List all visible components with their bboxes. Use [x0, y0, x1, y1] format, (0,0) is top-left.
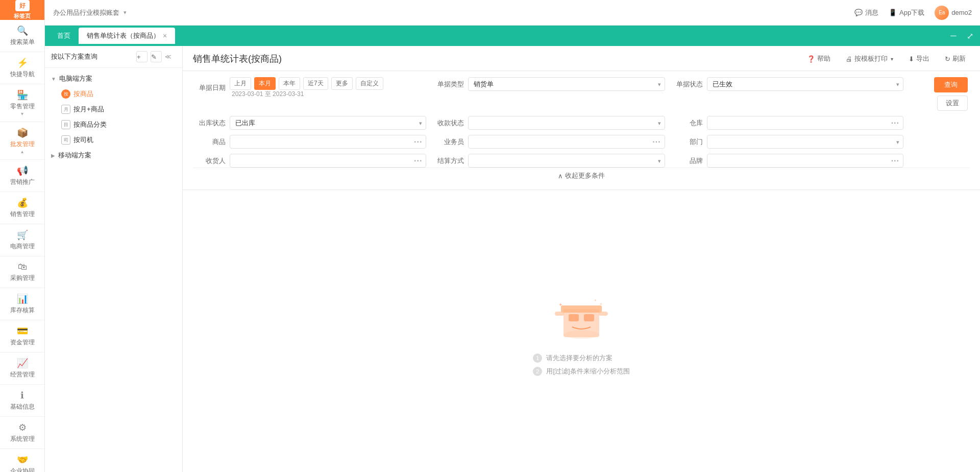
- tree-parent-desktop[interactable]: ▼ 电脑端方案: [45, 71, 182, 86]
- recipient-label: 收货人: [193, 156, 230, 166]
- breadcrumb-dropdown-icon[interactable]: ▾: [124, 9, 127, 16]
- svg-rect-2: [561, 305, 602, 313]
- recipient-input-wrapper: ···: [230, 154, 426, 168]
- doc-status-select[interactable]: 已生效: [707, 77, 903, 91]
- recipient-input[interactable]: [230, 154, 426, 168]
- refresh-btn[interactable]: ↻ 刷新: [941, 52, 970, 65]
- tree-child-month-product[interactable]: 月 按月+商品: [45, 102, 182, 117]
- print-dropdown-icon: ▾: [891, 56, 893, 62]
- date-btn-this-year[interactable]: 本年: [279, 77, 300, 90]
- help-btn[interactable]: ❓ 帮助: [803, 52, 835, 65]
- date-range: 2023-03-01 至 2023-03-31: [232, 90, 426, 99]
- date-filter-cell: 单据日期 上月 本月 本年 近7天 更多 自定义 20: [193, 77, 426, 99]
- product-label: 商品: [193, 137, 230, 147]
- title-actions: ❓ 帮助 🖨 按模板打印 ▾ ⬇ 导出 ↻: [803, 52, 970, 65]
- query-btn[interactable]: 查询: [934, 77, 968, 92]
- sidebar-item-enterprise[interactable]: 🤝 企业协同: [0, 449, 44, 472]
- user-profile[interactable]: Ea demo2: [935, 6, 972, 20]
- tree-child-product-label: 按商品: [74, 89, 93, 99]
- header-right: 💬 消息 📱 App下载 Ea demo2: [854, 6, 972, 20]
- date-btn-more[interactable]: 更多: [331, 77, 353, 90]
- brand-dots-icon[interactable]: ···: [891, 156, 899, 166]
- empty-hint-2: 2 用[过滤]条件来缩小分析范围: [533, 367, 629, 376]
- collapse-panel-btn[interactable]: ≪: [165, 51, 176, 62]
- month-product-icon: 月: [61, 105, 70, 114]
- doc-status-cell: 单据状态 已生效: [670, 77, 903, 91]
- storage-input[interactable]: [707, 116, 903, 130]
- collapse-filters-btn[interactable]: ∧ 收起更多条件: [193, 168, 970, 183]
- app-subtitle: 标签页: [14, 12, 31, 20]
- sidebar-item-system[interactable]: ⚙ 系统管理: [0, 417, 44, 449]
- purchase-nav-icon: 🛍: [18, 262, 27, 272]
- sidebar: 好 标签页 🔍 搜索菜单 ⚡ 快捷导航 🏪 零售管理 ▾ 📦 批发管理 ▴ 📢 …: [0, 0, 45, 472]
- sidebar-item-ecommerce[interactable]: 🛒 电商管理: [0, 224, 44, 256]
- sidebar-item-quick[interactable]: ⚡ 快捷导航: [0, 52, 44, 84]
- export-btn[interactable]: ⬇ 导出: [904, 52, 934, 65]
- tab-expand-btn[interactable]: ⤢: [964, 30, 976, 42]
- sidebar-item-sales[interactable]: 💰 销售管理: [0, 192, 44, 224]
- system-nav-icon: ⚙: [18, 422, 27, 433]
- date-btn-last-month[interactable]: 上月: [230, 77, 251, 90]
- empty-state: ✦ ✦ ✦ 1 请先选择要分析的方案 2 用[过滤]条件来缩小分析范围: [183, 190, 980, 472]
- product-input-wrapper: ···: [230, 135, 426, 149]
- settlement-select[interactable]: [468, 154, 665, 168]
- sidebar-item-retail[interactable]: 🏪 零售管理 ▾: [0, 84, 44, 122]
- sidebar-item-basic[interactable]: ℹ 基础信息: [0, 385, 44, 417]
- ecommerce-nav-icon: 🛒: [17, 229, 28, 241]
- brand-input-wrapper: ···: [707, 154, 903, 168]
- app-logo[interactable]: 好 标签页: [0, 0, 44, 20]
- recipient-cell: 收货人 ···: [193, 154, 426, 168]
- product-input[interactable]: [230, 135, 426, 149]
- tree-parent-mobile-label: 移动端方案: [58, 151, 91, 160]
- print-btn[interactable]: 🖨 按模板打印 ▾: [842, 52, 897, 65]
- add-scheme-btn[interactable]: +: [136, 51, 148, 62]
- left-panel: 按以下方案查询 + ✎ ≪ ▼ 电脑端方案: [45, 46, 183, 472]
- hint-text-1: 请先选择要分析的方案: [546, 353, 612, 363]
- retail-nav-icon: 🏪: [17, 89, 28, 101]
- tab-home[interactable]: 首页: [49, 28, 79, 44]
- tree-parent-mobile[interactable]: ▶ 移动端方案: [45, 148, 182, 163]
- sidebar-item-purchase[interactable]: 🛍 采购管理: [0, 256, 44, 288]
- salesman-dots-icon[interactable]: ···: [652, 137, 660, 147]
- tab-bar: 首页 销售单统计表（按商品） × ─ ⤢: [45, 26, 980, 46]
- sidebar-item-wholesale[interactable]: 📦 批发管理 ▴: [0, 122, 44, 160]
- date-label: 单据日期: [193, 83, 230, 92]
- tree-child-product[interactable]: 按 按商品: [45, 86, 182, 102]
- recipient-dots-icon[interactable]: ···: [414, 156, 422, 166]
- svg-text:✦: ✦: [599, 302, 603, 306]
- sidebar-item-inventory[interactable]: 📊 库存核算: [0, 288, 44, 320]
- sidebar-item-marketing[interactable]: 📢 营销推广: [0, 160, 44, 192]
- date-btn-this-month[interactable]: 本月: [254, 77, 276, 90]
- edit-scheme-btn[interactable]: ✎: [151, 51, 162, 62]
- salesman-input[interactable]: [468, 135, 665, 149]
- brand-input[interactable]: [707, 154, 903, 168]
- wholesale-nav-icon: 📦: [17, 127, 28, 138]
- tab-close-icon[interactable]: ×: [163, 32, 167, 39]
- department-select[interactable]: [707, 135, 903, 149]
- user-name: demo2: [951, 9, 972, 16]
- tree-child-machine[interactable]: 司 按司机: [45, 132, 182, 148]
- svg-text:✦: ✦: [594, 299, 597, 302]
- message-action[interactable]: 💬 消息: [854, 8, 878, 17]
- warehouse-select[interactable]: 已出库: [230, 116, 426, 130]
- breadcrumb: 办公用品行业模拟账套: [53, 8, 119, 17]
- product-dots-icon[interactable]: ···: [414, 137, 422, 147]
- tree-child-category[interactable]: 目 按商品分类: [45, 117, 182, 132]
- sidebar-item-finance[interactable]: 💳 资金管理: [0, 320, 44, 352]
- date-btn-custom[interactable]: 自定义: [356, 77, 383, 90]
- app-download-action[interactable]: 📱 App下载: [889, 8, 924, 17]
- tab-minimize-btn[interactable]: ─: [947, 30, 960, 42]
- marketing-nav-icon: 📢: [17, 165, 28, 176]
- user-avatar: Ea: [935, 6, 949, 20]
- payment-select[interactable]: [468, 116, 665, 130]
- sidebar-item-operations[interactable]: 📈 经营管理: [0, 352, 44, 385]
- tab-report[interactable]: 销售单统计表（按商品） ×: [79, 28, 175, 44]
- help-label: 帮助: [817, 54, 830, 63]
- sidebar-item-search[interactable]: 🔍 搜索菜单: [0, 20, 44, 52]
- query-col: 查询 设置: [909, 77, 970, 111]
- doc-type-select[interactable]: 销货单: [468, 77, 665, 91]
- settings-btn[interactable]: 设置: [937, 96, 968, 111]
- date-btn-7days[interactable]: 近7天: [303, 77, 328, 90]
- storage-dots-icon[interactable]: ···: [891, 119, 899, 128]
- hint-text-2: 用[过滤]条件来缩小分析范围: [546, 367, 629, 376]
